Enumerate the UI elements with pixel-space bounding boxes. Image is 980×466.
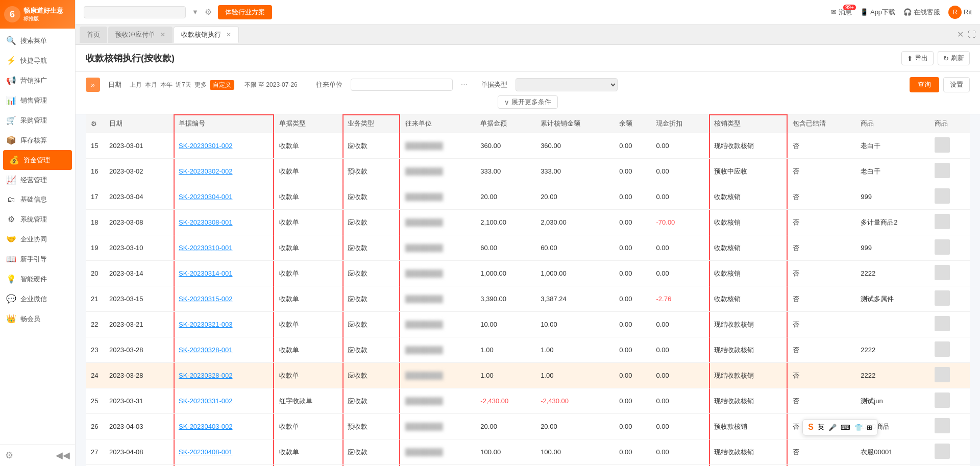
settings-icon[interactable]: ⚙ bbox=[5, 450, 13, 461]
sidebar-item-经营管理[interactable]: 📈经营管理 bbox=[0, 170, 75, 190]
row-amount: 100.00 bbox=[475, 439, 535, 465]
row-no: SK-20230408-001 bbox=[174, 439, 274, 465]
date-options: 上月 本月 本年 近7天 更多 自定义 bbox=[130, 80, 234, 90]
tab-advance-receipt-close-icon[interactable]: ✕ bbox=[160, 31, 165, 38]
row-cash-discount: 0.00 bbox=[651, 261, 708, 286]
receipt-type-select[interactable] bbox=[516, 78, 618, 91]
row-no-link[interactable]: SK-20230314-001 bbox=[179, 269, 233, 277]
online-service-action[interactable]: 🎧 在线客服 bbox=[903, 8, 940, 17]
row-cash-discount: 0.00 bbox=[651, 388, 708, 414]
sidebar-item-资金管理[interactable]: 💰资金管理 bbox=[3, 150, 72, 170]
counterpart-input[interactable] bbox=[351, 79, 453, 91]
row-counterpart: ████████ bbox=[400, 439, 475, 465]
maximize-icon[interactable]: ⛶ bbox=[968, 30, 976, 39]
expand-more-button[interactable]: ∨ 展开更多条件 bbox=[498, 95, 558, 109]
row-no-link[interactable]: SK-20230310-001 bbox=[179, 244, 233, 252]
close-tab-icon[interactable]: ✕ bbox=[957, 30, 964, 39]
refresh-icon: ↻ bbox=[943, 55, 949, 62]
sidebar-item-采购管理[interactable]: 🛒采购管理 bbox=[0, 110, 75, 130]
ime-shirt-icon[interactable]: 👕 bbox=[854, 424, 863, 431]
row-no: SK-20230301-002 bbox=[174, 133, 274, 159]
row-no-link[interactable]: SK-20230308-001 bbox=[179, 218, 233, 226]
row-no-link[interactable]: SK-20230304-001 bbox=[179, 193, 233, 201]
date-custom-button[interactable]: 自定义 bbox=[210, 80, 234, 90]
export-button[interactable]: ⬆ 导出 bbox=[901, 51, 934, 65]
row-product2 bbox=[929, 133, 970, 159]
row-no-link[interactable]: SK-20230328-001 bbox=[179, 346, 233, 354]
sidebar-item-企业协同[interactable]: 🤝企业协同 bbox=[0, 229, 75, 249]
row-no: SK-20230331-002 bbox=[174, 388, 274, 414]
col-gear[interactable]: ⚙ bbox=[86, 114, 104, 133]
sidebar-item-搜索菜单[interactable]: 🔍搜索菜单 bbox=[0, 31, 75, 51]
table-header-row: ⚙ 日期 单据编号 单据类型 业务类型 往来单位 单据金额 累计核销金额 余额 … bbox=[86, 114, 970, 133]
row-balance: 0.00 bbox=[614, 286, 651, 312]
filter-bar: » 日期 上月 本月 本年 近7天 更多 自定义 不限 至 2023-07-26… bbox=[76, 72, 980, 114]
settings-gear-icon[interactable]: ⚙ bbox=[205, 7, 212, 17]
row-date: 2023-04-08 bbox=[104, 439, 174, 465]
search-input[interactable] bbox=[84, 6, 186, 18]
row-no-link[interactable]: SK-20230301-002 bbox=[179, 142, 233, 150]
tab-write-off[interactable]: 收款核销执行 ✕ bbox=[174, 27, 239, 43]
date-option-last-month[interactable]: 上月 bbox=[130, 81, 142, 89]
ime-keyboard-icon[interactable]: ⌨ bbox=[841, 424, 850, 431]
tab-write-off-close-icon[interactable]: ✕ bbox=[226, 31, 231, 38]
row-product bbox=[855, 312, 929, 337]
industry-solution-button[interactable]: 体验行业方案 bbox=[218, 5, 272, 19]
sidebar-item-label: 系统管理 bbox=[20, 215, 47, 224]
collapse-icon[interactable]: ◀◀ bbox=[56, 450, 70, 461]
sidebar-icon: 💬 bbox=[6, 294, 16, 304]
message-action[interactable]: ✉ 消息 99+ bbox=[831, 8, 852, 17]
sidebar-item-营销推广[interactable]: 📢营销推广 bbox=[0, 70, 75, 90]
sidebar-item-企业微信[interactable]: 💬企业微信 bbox=[0, 289, 75, 309]
filter-settings-button[interactable]: 设置 bbox=[943, 77, 970, 92]
sidebar-item-销售管理[interactable]: 📊销售管理 bbox=[0, 90, 75, 110]
sidebar-item-label: 搜索菜单 bbox=[20, 36, 47, 45]
refresh-button[interactable]: ↻ 刷新 bbox=[938, 51, 970, 65]
row-counterpart: ████████ bbox=[400, 184, 475, 210]
row-counterpart: ████████ bbox=[400, 261, 475, 286]
ime-grid-icon[interactable]: ⊞ bbox=[867, 424, 872, 431]
dropdown-arrow-icon[interactable]: ▼ bbox=[192, 8, 199, 16]
tab-home[interactable]: 首页 bbox=[80, 27, 107, 43]
row-product2 bbox=[929, 312, 970, 337]
row-no-link[interactable]: SK-20230302-002 bbox=[179, 167, 233, 175]
filter-expand-button[interactable]: » bbox=[86, 78, 100, 92]
date-option-this-month[interactable]: 本月 bbox=[145, 81, 157, 89]
sidebar-item-库存核算[interactable]: 📦库存核算 bbox=[0, 130, 75, 150]
gear-icon[interactable]: ⚙ bbox=[91, 120, 97, 128]
col-no: 单据编号 bbox=[174, 114, 274, 133]
row-product2 bbox=[929, 286, 970, 312]
sidebar-item-快捷导航[interactable]: ⚡快捷导航 bbox=[0, 51, 75, 70]
row-cumulative: 10.00 bbox=[535, 312, 614, 337]
row-product: 多计量商品2 bbox=[855, 210, 929, 235]
app-download-action[interactable]: 📱 App下载 bbox=[860, 8, 895, 17]
row-amount: 3,390.00 bbox=[475, 286, 535, 312]
sidebar-item-基础信息[interactable]: 🗂基础信息 bbox=[0, 190, 75, 209]
sidebar-item-畅会员[interactable]: 👑畅会员 bbox=[0, 309, 75, 329]
sidebar-item-新手引导[interactable]: 📖新手引导 bbox=[0, 249, 75, 269]
row-product: 老白干 bbox=[855, 159, 929, 184]
date-option-7days[interactable]: 近7天 bbox=[176, 81, 191, 89]
row-date: 2023-03-31 bbox=[104, 388, 174, 414]
logo-icon: 6 bbox=[4, 6, 20, 22]
table-row: 21 2023-03-15 SK-20230315-002 收款单 应收款 ██… bbox=[86, 286, 970, 312]
ime-mic-icon[interactable]: 🎤 bbox=[828, 424, 837, 431]
query-button[interactable]: 查询 bbox=[910, 77, 939, 92]
sidebar-item-系统管理[interactable]: ⚙系统管理 bbox=[0, 209, 75, 229]
date-option-more[interactable]: 更多 bbox=[194, 81, 207, 89]
page-header: 收款核销执行(按收款) ⬆ 导出 ↻ 刷新 bbox=[76, 45, 980, 72]
row-balance: 0.00 bbox=[614, 388, 651, 414]
row-amount: 360.00 bbox=[475, 133, 535, 159]
row-no-link[interactable]: SK-20230408-001 bbox=[179, 448, 233, 456]
row-no-link[interactable]: SK-20230321-003 bbox=[179, 321, 233, 328]
date-range-text: 不限 至 2023-07-26 bbox=[244, 81, 298, 89]
sidebar-item-智能硬件[interactable]: 💡智能硬件 bbox=[0, 269, 75, 289]
row-no-link[interactable]: SK-20230403-002 bbox=[179, 423, 233, 430]
user-avatar[interactable]: R Rit bbox=[948, 6, 972, 19]
row-no-link[interactable]: SK-20230331-002 bbox=[179, 397, 233, 405]
date-option-this-year[interactable]: 本年 bbox=[160, 81, 173, 89]
row-include-settled: 否 bbox=[788, 312, 856, 337]
tab-advance-receipt[interactable]: 预收冲应付单 ✕ bbox=[108, 27, 173, 43]
row-no-link[interactable]: SK-20230315-002 bbox=[179, 295, 233, 303]
row-no-link[interactable]: SK-20230328-002 bbox=[179, 372, 233, 379]
